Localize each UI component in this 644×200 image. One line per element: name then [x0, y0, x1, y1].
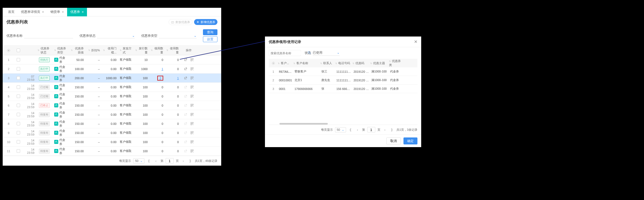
qrcode-icon[interactable] — [190, 76, 194, 80]
last-page-button[interactable]: ⟫ — [390, 127, 394, 132]
select-all-checkbox[interactable] — [17, 49, 20, 52]
share-icon[interactable] — [183, 76, 188, 80]
modal-search-input[interactable] — [271, 52, 308, 55]
qrcode-icon[interactable] — [190, 67, 194, 71]
settings-button[interactable]: 设置 — [203, 36, 217, 42]
ok-button[interactable]: 确定 — [403, 137, 417, 144]
tab[interactable]: 首页 — [5, 8, 18, 16]
col-discount[interactable]: 折扣% — [91, 48, 100, 52]
svg-rect-15 — [192, 78, 193, 79]
qrcode-icon[interactable] — [190, 58, 194, 62]
table-row[interactable]: 1014 23:59待发布代代金券150.00--0.00客户领取10000 — [3, 137, 221, 147]
cancel-button[interactable]: 取消 — [386, 137, 401, 144]
filter-name-input[interactable] — [24, 33, 73, 38]
filter-name-label: 优惠券名称 — [6, 34, 23, 38]
col-type[interactable]: 优惠券类型 — [57, 46, 68, 54]
table-row[interactable]: 1待执行代代金券50.00--0.00客户领取1000 — [3, 55, 221, 64]
tab[interactable]: 优惠券✕ — [67, 8, 87, 16]
table-row[interactable]: 3000117666666666张156 6666 6...2019120 70… — [269, 85, 417, 93]
table-row[interactable]: 1114 23:59待发布代代金券150.00--0.00客户领取10000 — [3, 147, 221, 156]
distribute-coupon-button[interactable]: 发放优惠券 — [169, 19, 192, 25]
last-page-button[interactable]: ⟫ — [188, 158, 193, 163]
row-checkbox[interactable] — [17, 58, 20, 61]
row-checkbox[interactable] — [17, 94, 20, 98]
add-coupon-button[interactable]: 新增优惠券 — [194, 19, 217, 25]
table-row[interactable]: 514 23:59已过期代代金券150.00--0.00客户领取10000 — [3, 92, 221, 101]
horizontal-scrollbar[interactable] — [269, 123, 417, 125]
col-status[interactable]: 优惠券状态 — [41, 46, 51, 54]
qrcode-icon[interactable] — [190, 140, 194, 144]
filter-type-select[interactable]: ⌄ — [159, 33, 197, 38]
modal-total-label: 共1页，3条记录 — [396, 128, 417, 132]
col-method[interactable]: 发放方式 — [123, 46, 132, 54]
main-panel: 首页优惠券详情页✕销货单✕优惠券✕ 优惠券列表 发放优惠券 新增优惠券 优惠券名… — [3, 8, 221, 166]
next-page-button[interactable]: › — [181, 158, 186, 163]
search-button[interactable]: 查询 — [203, 29, 217, 35]
table-row[interactable]: 414 23:59已过期代代金券150.00--0.00客户领取10000 — [3, 83, 221, 92]
col-issue[interactable]: 发行数量 — [138, 46, 148, 54]
qrcode-icon[interactable] — [190, 103, 194, 108]
modal-page-input[interactable] — [367, 127, 375, 132]
col-receive[interactable]: 领用数量 — [154, 46, 163, 54]
close-icon[interactable]: ✕ — [414, 39, 417, 44]
row-checkbox[interactable] — [17, 149, 20, 153]
qrcode-icon[interactable] — [190, 131, 194, 135]
row-checkbox[interactable] — [17, 140, 20, 144]
row-checkbox[interactable] — [17, 113, 20, 116]
close-icon[interactable]: ✕ — [82, 10, 84, 13]
modal-search[interactable] — [269, 50, 301, 56]
share-icon[interactable] — [183, 67, 188, 71]
table-row[interactable]: 814 23:59待发布代代金券150.00--0.00客户领取10000 — [3, 119, 221, 128]
share-icon — [183, 122, 188, 126]
first-page-button[interactable]: ⟪ — [147, 158, 151, 163]
svg-rect-23 — [192, 95, 193, 96]
table-row[interactable]: 1RETAIL...零散客户张三111111111112019120 70...… — [269, 67, 417, 76]
qrcode-icon[interactable] — [190, 122, 194, 126]
table-row[interactable]: 2执行中代代金券100.00--0.00客户领取100010 — [3, 64, 221, 74]
prev-page-button[interactable]: ‹ — [154, 158, 158, 163]
svg-rect-6 — [193, 61, 193, 61]
status-badge: 待发布 — [39, 149, 50, 154]
title-row: 优惠券列表 发放优惠券 新增优惠券 — [3, 16, 221, 27]
total-label: 共1页，49条记录 — [195, 159, 217, 163]
table-row[interactable]: 307 23:59执行中代代金券200.00--1000.00客户领取10031 — [3, 74, 221, 83]
col-threshold[interactable]: 使用门槛... — [106, 46, 117, 54]
receive-count-link[interactable]: 1 — [162, 67, 163, 71]
svg-rect-19 — [191, 87, 192, 88]
row-checkbox[interactable] — [17, 131, 20, 134]
modal-status-select[interactable]: 已使用 ⌄ — [313, 50, 340, 56]
page-input[interactable] — [166, 158, 174, 163]
row-checkbox[interactable] — [17, 104, 20, 107]
row-checkbox[interactable] — [17, 85, 20, 89]
per-page-select[interactable]: 50⌄ — [133, 158, 144, 163]
next-page-button[interactable]: › — [383, 127, 387, 132]
table-row[interactable]: 914 23:59待发布代代金券150.00--0.00客户领取10000 — [3, 128, 221, 137]
page-title: 优惠券列表 — [6, 19, 28, 25]
use-count-link[interactable]: 1 — [177, 77, 179, 80]
table-row[interactable]: 614 23:59已终止代代金券150.00--0.00客户领取10000 — [3, 101, 221, 110]
modal-per-page-select[interactable]: 50⌄ — [335, 127, 346, 132]
qrcode-icon[interactable] — [190, 112, 194, 117]
qrcode-icon[interactable] — [190, 149, 194, 153]
close-icon[interactable]: ✕ — [62, 10, 64, 13]
col-use[interactable]: 使用数量 — [169, 46, 179, 54]
row-checkbox[interactable] — [17, 76, 20, 80]
tab[interactable]: 销货单✕ — [47, 8, 67, 16]
receive-count-link[interactable]: 3 — [159, 77, 161, 80]
filter-status-select[interactable]: ⌄ — [97, 33, 135, 38]
type-badge: 代 — [54, 131, 58, 135]
close-icon[interactable]: ✕ — [42, 10, 44, 13]
table-row[interactable]: 714 23:59待发布代代金券150.00--0.00客户领取10000 — [3, 110, 221, 119]
table-row[interactable]: 200010001北京1唐先生111111111112019120 70...满… — [269, 76, 417, 85]
qrcode-icon[interactable] — [190, 94, 194, 99]
prev-page-button[interactable]: ‹ — [355, 127, 360, 132]
tab[interactable]: 优惠券详情页✕ — [18, 8, 47, 16]
first-page-button[interactable]: ⟪ — [348, 127, 353, 132]
row-checkbox[interactable] — [17, 122, 20, 125]
share-icon[interactable] — [183, 58, 188, 62]
gear-icon[interactable] — [3, 49, 14, 52]
gear-icon[interactable] — [269, 61, 278, 65]
col-face[interactable]: 优惠券面值 — [74, 46, 84, 54]
row-checkbox[interactable] — [17, 67, 20, 71]
qrcode-icon[interactable] — [190, 85, 194, 89]
